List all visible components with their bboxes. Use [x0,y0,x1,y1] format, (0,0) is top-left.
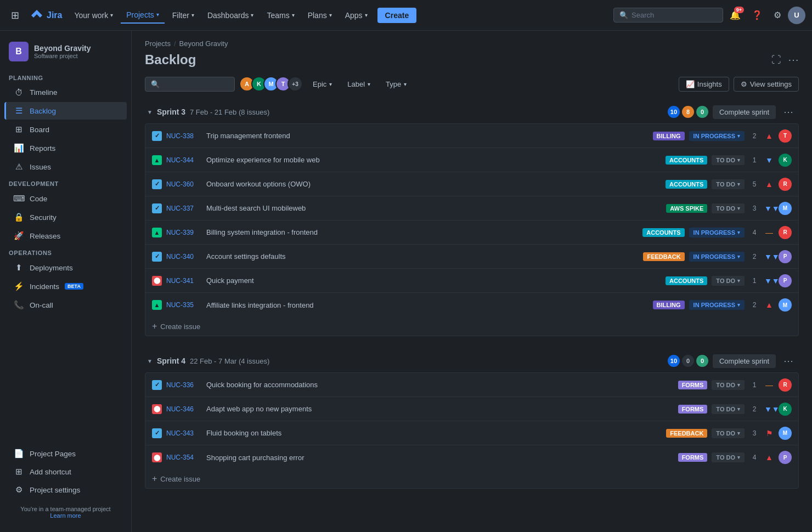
sidebar-item-security[interactable]: 🔒 Security [4,208,127,226]
sprint-more-button[interactable]: ⋯ [780,354,797,368]
pages-icon: 📄 [13,449,24,459]
jira-logo[interactable]: Jira [26,9,66,22]
sidebar-item-project-settings[interactable]: ⚙ Project settings [4,481,127,499]
view-settings-button[interactable]: ⚙ View settings [734,77,799,92]
epic-badge[interactable]: BILLING [653,301,685,309]
beta-badge: BETA [65,283,83,290]
settings-button[interactable]: ⚙ [769,5,786,25]
filter-search-input[interactable] [163,80,229,88]
avatar-more[interactable]: +3 [287,76,303,92]
epic-badge[interactable]: FEEDBACK [643,252,684,261]
user-avatar[interactable]: U [788,7,805,24]
grid-icon[interactable]: ⊞ [7,5,24,26]
sidebar-item-label: Code [30,195,47,203]
status-badge[interactable]: TO DO ▾ [712,276,745,286]
filter-nav[interactable]: Filter ▾ [167,8,200,23]
table-row[interactable]: ✓ NUC-343 Fluid booking on tablets FEEDB… [145,421,798,445]
sidebar-item-add-shortcut[interactable]: ⊞ Add shortcut [4,463,127,480]
sprint3-counts: 10 8 0 [668,106,708,118]
table-row[interactable]: ▲ NUC-344 Optimize experience for mobile… [145,148,798,172]
insights-button[interactable]: 📈 Insights [679,77,729,92]
type-filter[interactable]: Type ▾ [380,77,412,91]
epic-badge[interactable]: AWS SPIKE [666,204,707,213]
table-row[interactable]: ▲ NUC-339 Billing system integration - f… [145,220,798,245]
sidebar-item-timeline[interactable]: ⏱ Timeline [4,84,127,101]
epic-badge[interactable]: FORMS [678,453,708,462]
epic-filter[interactable]: Epic ▾ [307,77,337,91]
projects-nav[interactable]: Projects ▾ [121,7,165,24]
epic-badge[interactable]: FORMS [678,405,708,414]
issue-num: 3 [749,429,760,437]
plans-nav[interactable]: Plans ▾ [302,8,337,23]
status-badge[interactable]: TO DO ▾ [712,428,745,438]
epic-badge[interactable]: FEEDBACK [666,429,707,438]
create-issue-sprint3[interactable]: + Create issue [145,317,798,336]
issue-key: NUC-341 [166,277,202,285]
breadcrumb-project-name[interactable]: Beyond Gravity [179,39,228,48]
expand-icon[interactable]: ⛶ [771,54,781,66]
complete-sprint-button[interactable]: Complete sprint [713,354,776,368]
notifications-button[interactable]: 🔔 9+ [725,5,745,25]
dashboards-nav[interactable]: Dashboards ▾ [202,8,260,23]
sidebar-item-reports[interactable]: 📊 Reports [4,139,127,157]
status-badge[interactable]: TO DO ▾ [712,380,745,390]
sidebar-item-project-pages[interactable]: 📄 Project Pages [4,445,127,462]
table-row[interactable]: ✓ NUC-338 Trip management frontend BILLI… [145,124,798,148]
sidebar-item-code[interactable]: ⌨ Code [4,190,127,207]
table-row[interactable]: ▲ NUC-335 Affiliate links integration - … [145,293,798,317]
status-badge[interactable]: TO DO ▾ [712,452,745,462]
sidebar-item-backlog[interactable]: ☰ Backlog [4,102,127,120]
sidebar-item-incidents[interactable]: ⚡ Incidents BETA [4,278,127,295]
search-icon: 🔍 [619,11,628,19]
table-row[interactable]: ⬤ NUC-341 Quick payment ACCOUNTS TO DO ▾… [145,269,798,293]
epic-badge[interactable]: ACCOUNTS [666,156,707,165]
inprogress-count-badge: 0 [682,355,694,367]
filter-search-box[interactable]: 🔍 [145,77,235,92]
status-badge[interactable]: TO DO ▾ [712,179,745,189]
status-badge[interactable]: TO DO ▾ [712,404,745,414]
sidebar-item-board[interactable]: ⊞ Board [4,121,127,138]
search-box[interactable]: 🔍 [613,8,723,22]
project-header: B Beyond Gravity Software project [0,37,131,70]
sprint4-header[interactable]: ▼ Sprint 4 22 Feb - 7 Mar (4 issues) 10 … [145,349,799,372]
breadcrumb-projects[interactable]: Projects [145,39,171,48]
help-button[interactable]: ❓ [747,5,767,25]
label-filter[interactable]: Label ▾ [342,77,376,91]
more-options-icon[interactable]: ⋯ [788,53,799,66]
sidebar-item-deployments[interactable]: ⬆ Deployments [4,259,127,276]
epic-badge[interactable]: ACCOUNTS [666,276,707,285]
sprint3-header[interactable]: ▼ Sprint 3 7 Feb - 21 Feb (8 issues) 10 … [145,100,799,123]
search-input[interactable] [631,11,708,19]
sidebar-item-releases[interactable]: 🚀 Releases [4,227,127,245]
epic-badge[interactable]: FORMS [678,381,708,389]
apps-nav[interactable]: Apps ▾ [340,8,373,23]
table-row[interactable]: ⬤ NUC-354 Shopping cart purchasing error… [145,445,798,469]
table-row[interactable]: ⬤ NUC-346 Adapt web app no new payments … [145,397,798,421]
epic-badge[interactable]: ACCOUNTS [642,228,684,237]
table-row[interactable]: ✓ NUC-340 Account settings defaults FEED… [145,245,798,269]
status-badge[interactable]: IN PROGRESS ▾ [689,300,745,310]
table-row[interactable]: ✓ NUC-360 Onboard workout options (OWO) … [145,172,798,196]
chevron-down-icon: ▾ [737,206,740,211]
sprint-more-button[interactable]: ⋯ [780,105,797,119]
teams-nav[interactable]: Teams ▾ [261,8,300,23]
create-button[interactable]: Create [377,8,417,23]
epic-badge[interactable]: BILLING [653,132,685,140]
learn-more-link[interactable]: Learn more [50,512,81,519]
status-badge[interactable]: TO DO ▾ [712,155,745,165]
table-row[interactable]: ✓ NUC-336 Quick booking for accommodatio… [145,373,798,397]
status-badge[interactable]: TO DO ▾ [712,203,745,213]
create-issue-sprint4[interactable]: + Create issue [145,469,798,488]
table-row[interactable]: ✓ NUC-337 Multi-dest search UI mobileweb… [145,196,798,220]
complete-sprint-button[interactable]: Complete sprint [713,105,776,119]
sidebar-item-issues[interactable]: ⚠ Issues [4,158,127,176]
status-badge[interactable]: IN PROGRESS ▾ [689,252,745,262]
status-badge[interactable]: IN PROGRESS ▾ [689,228,745,237]
chevron-down-icon: ▾ [737,406,740,412]
epic-badge[interactable]: ACCOUNTS [666,180,707,189]
status-badge[interactable]: IN PROGRESS ▾ [689,131,745,141]
sidebar-item-oncall[interactable]: 📞 On-call [4,296,127,314]
chevron-down-icon: ▾ [737,278,740,284]
your-work-nav[interactable]: Your work ▾ [69,8,119,23]
done-count-badge: 0 [696,355,708,367]
